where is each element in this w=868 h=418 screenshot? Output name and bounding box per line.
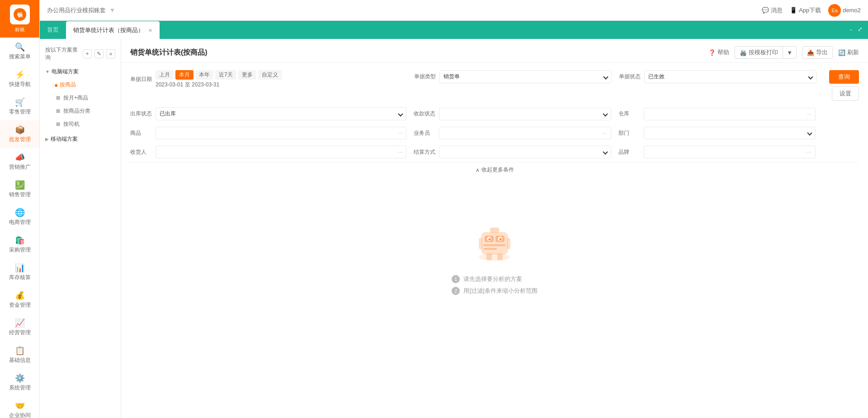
date-tab-current-month[interactable]: 本月 <box>175 70 193 80</box>
empty-illustration <box>467 212 522 266</box>
help-btn[interactable]: ❓ 帮助 <box>708 48 729 57</box>
sidebar-item-corp[interactable]: 🤝 企业协同 <box>0 396 39 418</box>
settlement-control[interactable] <box>439 146 611 158</box>
search-icon: 🔍 <box>15 42 25 52</box>
message-btn[interactable]: 💬 消息 <box>762 6 783 14</box>
sidebar-item-ecom-label: 电商管理 <box>9 218 31 226</box>
print-btn[interactable]: 🖨️ 按模板打印 <box>735 47 783 58</box>
department-label: 部门 <box>618 129 644 137</box>
sidebar-item-basics[interactable]: 📋 基础信息 <box>0 341 39 369</box>
sidebar-item-sales[interactable]: 💹 销售管理 <box>0 176 39 203</box>
sidebar-item-inventory[interactable]: 📊 库存核算 <box>0 258 39 286</box>
department-chevron-icon <box>807 130 812 135</box>
sidebar-item-purchase[interactable]: 🛍️ 采购管理 <box>0 231 39 258</box>
logo-area[interactable]: 畅 标账 <box>0 0 39 38</box>
tree-parent-mobile[interactable]: ▶ 移动端方案 <box>40 133 121 146</box>
recipient-control[interactable]: ··· <box>156 146 406 158</box>
brand-control[interactable]: ··· <box>644 146 816 158</box>
product-control[interactable]: ··· <box>156 127 406 139</box>
app-download-label: App下载 <box>799 6 821 14</box>
main-area: 办公用品行业模拟账套 ▼ 💬 消息 📱 App下载 Ea demo2 首页 <box>40 0 868 418</box>
filter-row-2: 出库状态 已出库 收款状态 仓库 <box>130 107 859 120</box>
user-area[interactable]: Ea demo2 <box>828 4 861 17</box>
svg-rect-7 <box>483 248 497 250</box>
sidebar-item-system-label: 系统管理 <box>9 384 31 392</box>
maximize-icon[interactable]: ⤢ <box>858 26 863 34</box>
tab-home[interactable]: 首页 <box>40 21 66 39</box>
page-header: 销货单统计计表(按商品) ❓ 帮助 🖨️ 按模板打印 ▼ 📤 <box>121 39 868 63</box>
settlement-chevron-icon <box>603 149 608 154</box>
tree-parent-desktop[interactable]: ▼ 电脑端方案 <box>40 65 121 78</box>
receipt-status-label: 收款状态 <box>414 110 439 118</box>
sidebar-item-marketing[interactable]: 📣 营销推广 <box>0 148 39 176</box>
warehouse-dots-icon: ··· <box>807 111 811 117</box>
system-icon: ⚙️ <box>15 373 25 383</box>
collapse-label: 收起更多条件 <box>481 166 514 174</box>
sidebar-item-finance[interactable]: 💰 资金管理 <box>0 286 39 314</box>
collapse-bar[interactable]: ∧ 收起更多条件 <box>130 162 859 177</box>
out-status-group: 出库状态 已出库 <box>130 107 406 120</box>
department-control[interactable] <box>644 127 816 139</box>
sidebar-item-system[interactable]: ⚙️ 系统管理 <box>0 369 39 396</box>
inventory-icon: 📊 <box>15 263 25 273</box>
svg-rect-16 <box>497 253 503 260</box>
add-scheme-btn[interactable]: + <box>83 49 92 58</box>
bill-status-control[interactable]: 已生效 <box>644 70 816 83</box>
finance-icon: 💰 <box>15 290 25 300</box>
sidebar-item-ops[interactable]: 📈 经营管理 <box>0 314 39 341</box>
brand-dots-icon: ··· <box>807 149 811 155</box>
left-panel-icons: + ✎ « <box>83 49 115 58</box>
minimize-icon[interactable]: － <box>848 26 854 34</box>
content-wrapper: 按以下方案查询 + ✎ « ▼ 电脑端方案 <box>40 39 868 418</box>
sidebar-item-retail[interactable]: 🛒 零售管理 <box>0 93 39 120</box>
salesperson-label: 业务员 <box>414 129 439 137</box>
wholesale-icon: 📦 <box>15 125 25 135</box>
reset-button[interactable]: 设置 <box>832 86 859 101</box>
app-download-btn[interactable]: 📱 App下载 <box>790 6 821 14</box>
export-btn[interactable]: 📤 导出 <box>802 46 833 59</box>
collapse-panel-btn[interactable]: « <box>106 49 115 58</box>
avatar-text: Ea <box>832 8 838 13</box>
date-tab-current-year[interactable]: 本年 <box>195 70 213 80</box>
svg-point-11 <box>500 238 502 241</box>
refresh-btn[interactable]: 🔄 刷新 <box>838 48 859 57</box>
sidebar-item-search[interactable]: 🔍 搜索菜单 <box>0 38 39 65</box>
tab-close-icon[interactable]: ✕ <box>148 28 152 33</box>
corp-icon: 🤝 <box>15 401 25 411</box>
page-title: 销货单统计计表(按商品) <box>130 48 208 57</box>
app-title: 办公用品行业模拟账套 <box>47 6 106 14</box>
tab-bar: 首页 销货单统计计表（按商品） ✕ － ⤢ <box>40 21 868 39</box>
sidebar-item-wholesale[interactable]: 📦 批发管理 <box>0 120 39 148</box>
warehouse-group: 仓库 ··· <box>618 108 816 120</box>
date-tab-more[interactable]: 更多 <box>238 70 256 80</box>
dropdown-arrow-icon[interactable]: ▼ <box>109 7 115 14</box>
salesperson-control[interactable]: ··· <box>439 127 611 139</box>
tab-sales-stat[interactable]: 销货单统计计表（按商品） ✕ <box>66 21 160 39</box>
sidebar-item-ecom[interactable]: 🌐 电商管理 <box>0 203 39 231</box>
tab-expand: － ⤢ <box>843 26 868 34</box>
product-label: 商品 <box>130 129 156 137</box>
date-tab-last7[interactable]: 近7天 <box>215 70 236 80</box>
tree-child-by-cashier[interactable]: ⊞ 按司机 <box>40 118 121 131</box>
svg-rect-14 <box>507 238 510 249</box>
tree-child-by-category[interactable]: ⊞ 按商品分类 <box>40 104 121 118</box>
print-dropdown-arrow[interactable]: ▼ <box>783 48 796 58</box>
tree-child-by-product[interactable]: ● 按商品 <box>40 78 121 91</box>
date-tab-prev-month[interactable]: 上月 <box>156 70 174 80</box>
sidebar-item-sales-label: 销售管理 <box>9 191 31 199</box>
out-status-chevron-icon <box>398 111 403 116</box>
edit-scheme-btn[interactable]: ✎ <box>94 49 104 58</box>
sidebar-item-quick-nav[interactable]: ⚡ 快捷导航 <box>0 65 39 93</box>
top-header: 办公用品行业模拟账套 ▼ 💬 消息 📱 App下载 Ea demo2 <box>40 0 868 21</box>
filter-row-3: 商品 ··· 业务员 ··· 部门 <box>130 127 859 139</box>
out-status-control[interactable]: 已出库 <box>156 107 406 120</box>
bill-type-control[interactable]: 销货单 <box>439 70 612 83</box>
page-actions: ❓ 帮助 🖨️ 按模板打印 ▼ 📤 导出 <box>708 46 859 59</box>
receipt-status-control[interactable] <box>439 108 611 120</box>
date-tab-custom[interactable]: 自定义 <box>258 70 282 80</box>
recipient-dots-icon: ··· <box>398 149 402 155</box>
query-button[interactable]: 查询 <box>829 70 859 84</box>
warehouse-control[interactable]: ··· <box>644 108 816 120</box>
tree-child-by-month-product[interactable]: ⊞ 按月+商品 <box>40 91 121 104</box>
add-icon: + <box>85 51 89 57</box>
